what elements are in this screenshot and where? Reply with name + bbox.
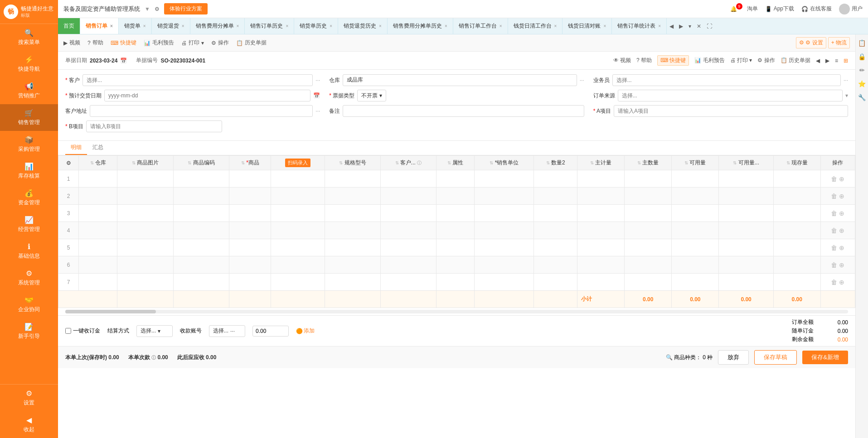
b-project-input[interactable]	[86, 120, 222, 132]
th-qty2[interactable]: ⇅ 数量2	[534, 156, 577, 170]
toolbar-history[interactable]: 📋 历史单据	[236, 39, 267, 47]
copy-icon[interactable]: ⊕	[839, 175, 844, 183]
sidebar-item-quicknav[interactable]: ⚡ 快捷导航	[0, 51, 58, 77]
copy-icon[interactable]: ⊕	[839, 261, 844, 269]
a-project-input[interactable]	[614, 105, 848, 117]
tab-mini-summary[interactable]: 汇总	[87, 141, 109, 155]
tab-close-icon[interactable]: ×	[330, 24, 332, 29]
copy-icon[interactable]: ⊕	[839, 210, 844, 217]
tab-daily-reconcile[interactable]: 钱货日清对账 ×	[563, 18, 612, 34]
sidebar-item-collab[interactable]: 🤝 企业协同	[0, 291, 58, 318]
address-dots-icon[interactable]: ···	[315, 108, 320, 114]
add-logistics-button[interactable]: + 物流	[828, 37, 850, 48]
sidebar-item-sales[interactable]: 🛒 销售管理	[0, 104, 58, 131]
order-source-input[interactable]	[618, 90, 843, 101]
tab-close-icon[interactable]: ×	[182, 24, 184, 29]
delivery-input[interactable]	[104, 90, 310, 101]
tab-expense-history[interactable]: 销售费用分摊单历史 ×	[388, 18, 453, 34]
copy-icon[interactable]: ⊕	[839, 244, 844, 251]
th-image[interactable]: ⇅ 商品图片	[117, 156, 174, 170]
order-source-dropdown[interactable]: ▾	[845, 92, 848, 99]
copy-icon[interactable]: ⊕	[839, 193, 844, 200]
th-main-unit[interactable]: ⇅ 主计量	[577, 156, 624, 170]
quick-deposit-checkbox[interactable]	[65, 328, 71, 334]
tab-nav-right[interactable]: ▶	[676, 18, 686, 34]
sidebar-item-operations[interactable]: 📈 经营管理	[0, 211, 58, 238]
sidebar-collapse-btn[interactable]: ◀ 收起	[0, 411, 58, 438]
tab-nav-menu[interactable]: ▾	[686, 18, 694, 34]
tab-close-icon[interactable]: ×	[554, 24, 557, 29]
tab-home[interactable]: 首页	[58, 18, 80, 34]
toolbar-print[interactable]: 🖨 打印 ▾	[181, 39, 204, 47]
sidebar-item-basic[interactable]: ℹ 基础信息	[0, 238, 58, 265]
sidebar-item-finance[interactable]: 💰 资金管理	[0, 184, 58, 211]
scan-button[interactable]: 扫码录入	[285, 159, 310, 167]
profit-icon[interactable]: 📊 毛利预告	[694, 57, 724, 64]
history2-icon[interactable]: 📋 历史单据	[781, 57, 810, 64]
amount-input[interactable]	[252, 326, 289, 337]
invoice-select[interactable]: 不开票 ▾	[357, 90, 386, 101]
edge-lock-icon[interactable]: 🔒	[857, 52, 867, 62]
customer-input[interactable]	[82, 74, 313, 86]
user-avatar[interactable]: 用户	[839, 4, 863, 14]
pay-method-select[interactable]: 选择... ▾	[136, 325, 173, 337]
account-select[interactable]: 选择... ···	[209, 325, 245, 337]
tab-order-stats[interactable]: 销售订单统计表 ×	[612, 18, 667, 34]
tab-sales-return[interactable]: 销货退货 ×	[152, 18, 190, 34]
app-download-btn[interactable]: 📱 App下载	[765, 5, 794, 13]
tab-close-icon[interactable]: ×	[286, 24, 288, 29]
tab-close-icon[interactable]: ×	[603, 24, 606, 29]
tab-sales-order-history[interactable]: 销售订单历史 ×	[245, 18, 294, 34]
calendar-icon[interactable]: 📅	[120, 58, 127, 64]
th-available-ext[interactable]: ⇅ 可用量...	[719, 156, 773, 170]
warehouse-value[interactable]: 成品库	[343, 74, 577, 86]
customer-dots-icon[interactable]: ···	[315, 77, 320, 83]
tab-close-all[interactable]: ✕	[694, 18, 704, 34]
tab-close-icon[interactable]: ×	[110, 24, 113, 29]
delete-icon[interactable]: 🗑	[831, 244, 837, 251]
sidebar-item-inventory[interactable]: 📊 库存核算	[0, 158, 58, 184]
th-customer[interactable]: ⇅ 客户... ⓘ	[381, 156, 436, 170]
settings-gear-icon[interactable]: ⚙	[155, 6, 160, 12]
address-input[interactable]	[90, 105, 313, 117]
toolbar-help[interactable]: ? 帮助	[87, 39, 103, 47]
toolbar-ops[interactable]: ⚙ 操作	[211, 39, 229, 47]
tab-close-icon[interactable]: ×	[379, 24, 382, 29]
th-warehouse[interactable]: ⇅ 仓库	[79, 156, 117, 170]
th-main-qty[interactable]: ⇅ 主数量	[625, 156, 672, 170]
delete-icon[interactable]: 🗑	[831, 227, 837, 234]
copy-icon[interactable]: ⊕	[839, 279, 844, 286]
sidebar-item-guide[interactable]: 📝 新手引导	[0, 318, 58, 345]
settings-button[interactable]: ⚙ ⚙ 设置	[796, 37, 826, 48]
delete-icon[interactable]: 🗑	[831, 210, 837, 217]
help2-icon[interactable]: ? 帮助	[636, 57, 652, 64]
th-available[interactable]: ⇅ 可用量	[672, 156, 719, 170]
calendar2-icon[interactable]: 📅	[313, 92, 320, 99]
edge-clipboard-icon[interactable]: 📋	[857, 38, 867, 48]
tab-close-icon[interactable]: ×	[445, 24, 447, 29]
tab-invoice-history[interactable]: 销货单历史 ×	[294, 18, 338, 34]
tab-mini-detail[interactable]: 明细	[65, 141, 87, 155]
th-scan[interactable]: 扫码录入	[271, 156, 325, 170]
add-btn[interactable]: 🟠 添加	[296, 327, 315, 335]
remark-input[interactable]	[343, 105, 584, 117]
scroll-thumb[interactable]	[65, 310, 156, 313]
copy-icon[interactable]: ⊕	[839, 227, 844, 234]
tab-nav-left[interactable]: ◀	[667, 18, 676, 34]
tab-sales-expense[interactable]: 销售费用分摊单 ×	[190, 18, 245, 34]
print2-icon[interactable]: 🖨 打印 ▾	[730, 57, 752, 64]
date-value[interactable]: 2023-03-24	[90, 58, 117, 64]
th-unit[interactable]: ⇅ *销售单位	[475, 156, 534, 170]
staff-dots-icon[interactable]: ···	[844, 77, 848, 83]
tab-close-icon[interactable]: ×	[143, 24, 146, 29]
toolbar-video[interactable]: ▶ 视频	[63, 39, 80, 47]
tab-sales-order[interactable]: 销售订单 ×	[80, 18, 119, 34]
tab-order-workbench[interactable]: 销售订单工作台 ×	[453, 18, 508, 34]
tab-expand[interactable]: ⛶	[704, 18, 715, 34]
th-attribute[interactable]: ⇅ 属性	[436, 156, 475, 170]
tab-close-icon[interactable]: ×	[658, 24, 661, 29]
view-icon[interactable]: 👁 视频	[613, 57, 631, 64]
tab-return-history[interactable]: 销货退货历史 ×	[338, 18, 388, 34]
sidebar-settings-btn[interactable]: ⚙ 设置	[0, 385, 58, 411]
delete-icon[interactable]: 🗑	[831, 175, 837, 183]
